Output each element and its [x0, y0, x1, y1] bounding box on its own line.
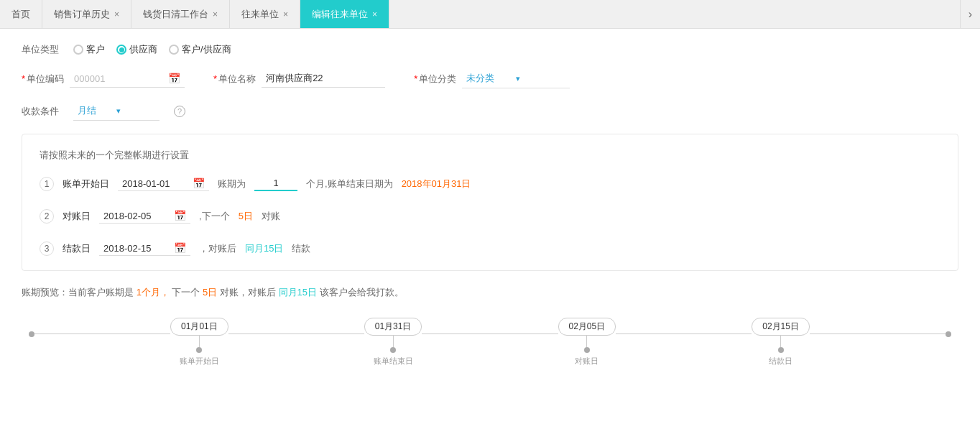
row-num-1: 1	[40, 177, 54, 191]
payment-terms-row: 收款条件 月结 ▾ ?	[22, 101, 958, 121]
timeline-line-3	[422, 334, 558, 334]
setting-row-2: 2 对账日 📅 ,下一个 5日 对账	[40, 208, 940, 224]
preview-prefix: 账期预览：当前客户账期是	[22, 287, 134, 298]
timeline-node-1-badge: 01月01日	[170, 318, 228, 336]
bill-start-date-field[interactable]: 📅	[118, 176, 209, 191]
timeline-node-1-label: 账单开始日	[180, 356, 219, 367]
unit-category-arrow-icon: ▾	[516, 74, 565, 83]
timeline-node-2: 01月31日 账单结束日	[364, 318, 422, 367]
preview-highlight3: 同月15日	[279, 287, 317, 298]
tab-edit-partner-close[interactable]: ×	[372, 9, 377, 19]
reconcile-date-field[interactable]: 📅	[99, 208, 190, 224]
unit-type-row: 单位类型 客户 供应商 客户/供应商	[22, 43, 958, 56]
preview-highlight2: 5日	[203, 287, 217, 298]
bill-end-date-highlight: 2018年01月31日	[402, 178, 471, 190]
tab-partner-close[interactable]: ×	[283, 9, 288, 19]
preview-highlight1: 1个月，	[137, 287, 170, 298]
payment-terms-arrow-icon: ▾	[116, 106, 155, 116]
help-icon[interactable]: ?	[174, 106, 185, 117]
timeline-right-dot	[946, 331, 951, 337]
payment-day-highlight: 同月15日	[245, 242, 283, 255]
unit-name-input[interactable]	[266, 73, 381, 84]
period-value-input[interactable]	[254, 176, 297, 191]
timeline-node-4-badge: 02月15日	[752, 318, 810, 336]
unit-category-label: *单位分类	[414, 73, 456, 86]
radio-customer-supplier[interactable]: 客户/供应商	[169, 43, 231, 56]
radio-customer-supplier-circle	[169, 45, 179, 55]
payment-date-field[interactable]: 📅	[99, 241, 190, 256]
setting-row-1: 1 账单开始日 📅 账期为 个月,账单结束日期为 2018年01月31日	[40, 176, 940, 191]
bill-start-calendar-icon[interactable]: 📅	[193, 178, 205, 189]
timeline-node-3-label: 对账日	[575, 356, 598, 367]
radio-customer[interactable]: 客户	[73, 43, 105, 56]
tab-sales-history-close[interactable]: ×	[114, 9, 119, 19]
main-content: 单位类型 客户 供应商 客户/供应商 *单位编码 📅	[0, 29, 980, 437]
unit-info-row: *单位编码 📅 *单位名称 *单位分类 未分类 ▾	[22, 69, 958, 88]
timeline-node-1-stem	[199, 336, 200, 347]
radio-supplier-label: 供应商	[129, 43, 157, 56]
timeline: 01月01日 账单开始日 01月31日 账单结束日 02月05日 对账日 02月…	[22, 318, 958, 367]
timeline-node-3-badge: 02月05日	[558, 318, 616, 336]
reconcile-calendar-icon[interactable]: 📅	[174, 210, 186, 221]
timeline-node-1: 01月01日 账单开始日	[170, 318, 228, 367]
payment-prefix: ，对账后	[199, 242, 236, 255]
payment-suffix: 结款	[292, 242, 310, 255]
timeline-node-4-dot	[778, 347, 784, 353]
tab-home-label: 首页	[11, 8, 30, 21]
bill-start-date-input[interactable]	[122, 178, 187, 189]
unit-type-radio-group: 客户 供应商 客户/供应商	[73, 43, 231, 56]
timeline-node-3: 02月05日 对账日	[558, 318, 616, 367]
payment-date-label: 结款日	[63, 242, 91, 255]
reconcile-date-input[interactable]	[103, 211, 168, 221]
unit-category-dropdown[interactable]: 未分类 ▾	[462, 69, 570, 88]
payment-date-input[interactable]	[103, 243, 168, 254]
reconcile-day-highlight: 5日	[239, 210, 253, 223]
timeline-node-4-label: 结款日	[769, 356, 792, 367]
reconcile-label: 对账日	[63, 210, 91, 223]
tab-sales-history[interactable]: 销售订单历史 ×	[42, 0, 131, 28]
preview-middle: 下一个	[172, 287, 200, 298]
unit-code-field[interactable]: 📅	[70, 70, 185, 88]
tab-partner[interactable]: 往来单位 ×	[230, 0, 300, 28]
settings-title: 请按照未来的一个完整帐期进行设置	[40, 149, 940, 162]
tab-edit-partner[interactable]: 编辑往来单位 ×	[300, 0, 389, 28]
tab-sales-history-label: 销售订单历史	[54, 8, 110, 21]
timeline-node-3-stem	[586, 336, 587, 347]
timeline-line-5	[810, 334, 946, 334]
timeline-node-1-dot	[196, 347, 202, 353]
preview-suffix: 该客户会给我打款。	[320, 287, 404, 298]
tab-cash-work-close[interactable]: ×	[213, 9, 218, 19]
radio-supplier[interactable]: 供应商	[116, 43, 157, 56]
timeline-line-2	[228, 334, 364, 334]
unit-code-picker-icon[interactable]: 📅	[168, 73, 180, 84]
timeline-node-3-dot	[584, 347, 590, 353]
preview-section: 账期预览：当前客户账期是 1个月， 下一个 5日 对账，对账后 同月15日 该客…	[22, 285, 958, 300]
unit-code-input[interactable]	[74, 73, 165, 84]
payment-terms-label: 收款条件	[22, 105, 59, 118]
row-num-2: 2	[40, 209, 54, 224]
timeline-node-4: 02月15日 结款日	[752, 318, 810, 367]
tab-scroll-right[interactable]: ›	[960, 0, 980, 28]
period-prefix: 账期为	[218, 178, 246, 190]
reconcile-suffix: 对账	[262, 210, 280, 223]
bill-start-label: 账单开始日	[63, 178, 109, 190]
timeline-left-dot	[29, 331, 34, 337]
row-num-3: 3	[40, 242, 54, 256]
timeline-line-1	[34, 334, 170, 334]
tab-home[interactable]: 首页	[0, 0, 42, 28]
setting-row-3: 3 结款日 📅 ，对账后 同月15日 结款	[40, 241, 940, 256]
unit-type-label: 单位类型	[22, 43, 59, 56]
unit-name-label: *单位名称	[213, 73, 256, 86]
tab-bar: 首页 销售订单历史 × 钱货日清工作台 × 往来单位 × 编辑往来单位 × ›	[0, 0, 980, 29]
settings-panel: 请按照未来的一个完整帐期进行设置 1 账单开始日 📅 账期为 个月,账单结束日期…	[22, 134, 958, 271]
tab-cash-work-label: 钱货日清工作台	[143, 8, 208, 21]
radio-customer-supplier-label: 客户/供应商	[182, 43, 231, 56]
tab-cash-work[interactable]: 钱货日清工作台 ×	[131, 0, 230, 28]
timeline-node-2-stem	[393, 336, 394, 347]
payment-date-calendar-icon[interactable]: 📅	[174, 242, 186, 254]
radio-customer-circle	[73, 45, 83, 55]
timeline-node-2-label: 账单结束日	[374, 356, 413, 367]
payment-terms-dropdown[interactable]: 月结 ▾	[73, 101, 160, 121]
timeline-line-4	[616, 334, 752, 334]
timeline-node-2-dot	[390, 347, 396, 353]
